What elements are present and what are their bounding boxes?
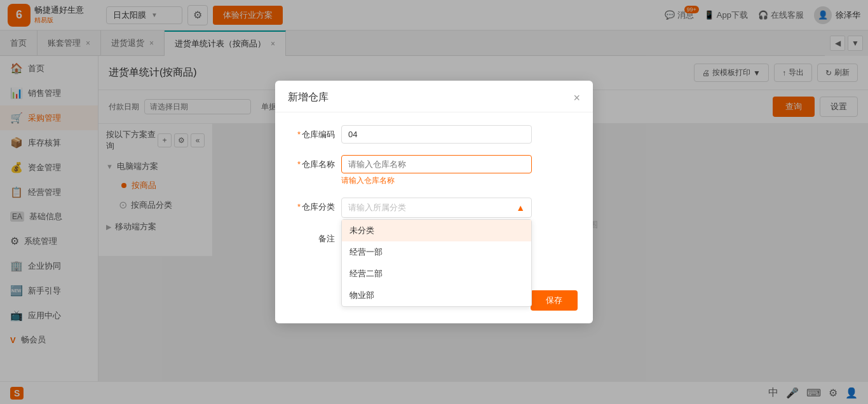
warehouse-code-label: 仓库编码 (290, 125, 341, 140)
dropdown-item-dept1[interactable]: 经营一部 (342, 241, 531, 263)
form-row-name: 仓库名称 请输入仓库名称 (290, 155, 578, 186)
modal-overlay[interactable]: 新增仓库 × 仓库编码 仓库名称 请输入仓库名称 仓库分 (0, 0, 868, 404)
category-dropdown-wrap: 请输入所属分类 ▲ 未分类 经营一部 经营二部 物业部 (341, 198, 532, 218)
category-placeholder: 请输入所属分类 (348, 202, 406, 213)
warehouse-name-wrap: 请输入仓库名称 (341, 155, 578, 186)
form-row-category: 仓库分类 请输入所属分类 ▲ 未分类 经营一部 经营二部 物业部 (290, 198, 578, 218)
warehouse-code-input[interactable] (341, 125, 532, 144)
category-dropdown-list: 未分类 经营一部 经营二部 物业部 (341, 219, 532, 307)
warehouse-category-label: 仓库分类 (290, 198, 341, 213)
dialog-body: 仓库编码 仓库名称 请输入仓库名称 仓库分类 请输入所属分类 (275, 112, 593, 284)
dropdown-item-dept2[interactable]: 经营二部 (342, 263, 531, 285)
warehouse-name-label: 仓库名称 (290, 155, 341, 170)
dialog-title: 新增仓库 (288, 91, 329, 104)
dialog-add-warehouse: 新增仓库 × 仓库编码 仓库名称 请输入仓库名称 仓库分 (275, 81, 593, 323)
category-up-arrow-icon: ▲ (516, 203, 525, 213)
category-dropdown-trigger[interactable]: 请输入所属分类 ▲ (341, 198, 532, 218)
warehouse-name-error: 请输入仓库名称 (341, 175, 578, 186)
save-button[interactable]: 保存 (531, 290, 578, 311)
form-row-code: 仓库编码 (290, 125, 578, 144)
dialog-header: 新增仓库 × (275, 81, 593, 112)
dropdown-item-property[interactable]: 物业部 (342, 285, 531, 306)
warehouse-name-input[interactable] (341, 155, 532, 173)
note-label: 备注 (290, 229, 341, 245)
dialog-close-button[interactable]: × (573, 92, 580, 104)
dropdown-item-unclassified[interactable]: 未分类 (342, 220, 531, 241)
